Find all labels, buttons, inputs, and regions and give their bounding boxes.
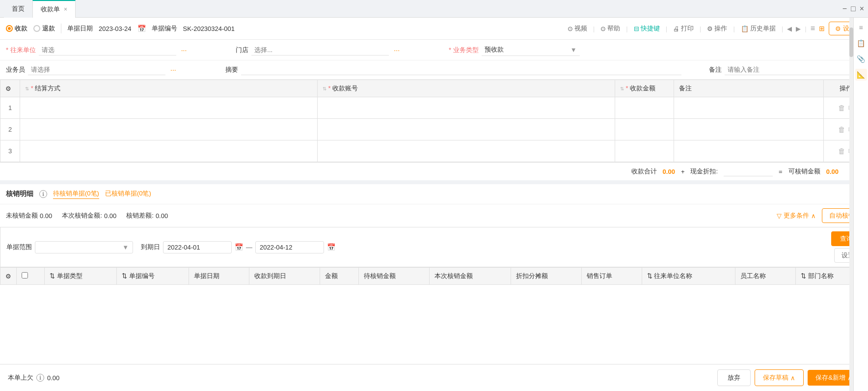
print-btn[interactable]: 🖨 打印 [671, 23, 696, 34]
toolbar-divider-1 [61, 24, 61, 33]
cell-remark-1[interactable] [674, 97, 823, 119]
cell-settlement-2[interactable] [20, 119, 318, 140]
biz-type-value: 预收款 [485, 45, 504, 54]
cell-amount-2[interactable] [615, 119, 674, 140]
th-checkbox: ⚙ [0, 268, 17, 285]
sidebar-table-icon[interactable]: 📋 [855, 37, 867, 49]
cell-account-2[interactable] [317, 119, 615, 140]
settings-gear-icon[interactable]: ⚙ [5, 273, 11, 280]
maximize-icon[interactable]: □ [851, 4, 856, 13]
bill-count-info: 本单上欠 ℹ 0.00 [8, 373, 59, 382]
total-value: 0.00 [663, 168, 675, 175]
history-btn[interactable]: 📋 历史单据 [739, 23, 778, 34]
check-all-checkbox[interactable] [22, 272, 28, 279]
th-pending-verify: 待核销金额 [358, 268, 429, 285]
bill-count-icon[interactable]: ℹ [36, 374, 44, 382]
calendar-icon[interactable]: 📅 [137, 25, 146, 32]
store-input[interactable] [251, 45, 389, 56]
salesperson-more-btn[interactable]: ··· [168, 66, 178, 74]
action-label: 操作 [714, 24, 727, 33]
counterpart-more-btn[interactable]: ··· [179, 46, 189, 54]
current-verify-label: 本次核销金额: [62, 211, 102, 220]
cell-settlement-3[interactable] [20, 140, 318, 162]
delete-row-3-icon[interactable]: 🗑 [838, 147, 845, 155]
tab-home[interactable]: 首页 [4, 0, 32, 18]
range-select[interactable]: ▼ [35, 241, 133, 253]
bill-count-value: 0.00 [47, 374, 59, 382]
help-btn[interactable]: ⊙ 帮助 [598, 23, 622, 34]
cell-settlement-1[interactable] [20, 97, 318, 119]
date-from-icon[interactable]: 📅 [235, 243, 243, 251]
current-verify-stat: 本次核销金额: 0.00 [62, 211, 116, 220]
discard-btn[interactable]: 放弃 [717, 369, 751, 386]
cell-remark-2[interactable] [674, 119, 823, 140]
cell-remark-3[interactable] [674, 140, 823, 162]
video-btn[interactable]: ⊙ 视频 [566, 23, 589, 34]
action-icon: ⚙ [707, 25, 713, 32]
sidebar-attach-icon[interactable]: 📎 [855, 53, 867, 65]
remark-input[interactable] [725, 64, 862, 75]
sidebar-expand-icon[interactable]: 📐 [855, 69, 867, 81]
date-to-input[interactable] [255, 241, 324, 253]
range-label: 单据范围 [6, 243, 32, 251]
shortcut-label: 快捷键 [641, 24, 660, 33]
draft-btn[interactable]: 保存草稿 ∧ [755, 369, 804, 386]
summary-input[interactable] [241, 64, 681, 75]
receipt-type-group: 收款 退款 [6, 24, 55, 33]
toolbar: 收款 退款 单据日期 2023-03-24 📅 单据编号 SK-20230324… [0, 18, 868, 40]
date-to-icon[interactable]: 📅 [327, 243, 335, 251]
date-from-input[interactable] [163, 241, 232, 253]
total-label: 收款合计 [631, 167, 657, 176]
minimize-icon[interactable]: − [842, 4, 847, 13]
salesperson-input[interactable] [28, 64, 165, 75]
unverified-stat: 未核销金额 0.00 [6, 211, 52, 220]
cell-account-1[interactable] [317, 97, 615, 119]
store-more-btn[interactable]: ··· [392, 46, 402, 54]
bill-no-value: SK-20230324-001 [183, 25, 235, 32]
shortcut-btn[interactable]: ⊟ 快捷键 [632, 23, 662, 34]
filter-icon: ▽ [777, 212, 782, 220]
counterpart-label: * 往来单位 [6, 46, 36, 55]
nav-prev-icon[interactable]: ◀ [787, 25, 792, 32]
bottom-table: ⚙ ⇅ 单据类型 ⇅ 单据编号 [0, 267, 868, 285]
radio-refund[interactable]: 退款 [33, 24, 55, 33]
tab-receipt[interactable]: 收款单 × [32, 0, 76, 18]
delete-row-2-icon[interactable]: 🗑 [838, 125, 845, 134]
pending-tab[interactable]: 待核销单据(0笔) [53, 189, 99, 199]
th-account: ⇅ * 收款账号 [317, 80, 615, 97]
close-icon[interactable]: × [860, 4, 864, 13]
more-conditions-btn[interactable]: ▽ 更多条件 ∧ [777, 211, 816, 220]
toolbar-right: ⊙ 视频 | ⊙ 帮助 | ⊟ 快捷键 | 🖨 打印 | [566, 22, 862, 35]
scroll-bar[interactable] [849, 18, 853, 391]
delete-row-1-icon[interactable]: 🗑 [838, 104, 845, 112]
grid-view-icon[interactable]: ⊞ [819, 25, 825, 32]
th-settings[interactable]: ⚙ [0, 80, 20, 97]
discount-input[interactable] [724, 167, 773, 176]
radio-receipt[interactable]: 收款 [6, 24, 27, 33]
query-row: 单据范围 ▼ 到期日 📅 — 📅 查询 设置 [0, 227, 868, 267]
sidebar-list-icon[interactable]: ≡ [855, 22, 867, 33]
radio-refund-label: 退款 [42, 24, 55, 33]
cell-account-3[interactable] [317, 140, 615, 162]
window-controls: − □ × [842, 4, 864, 13]
tab-close-icon[interactable]: × [64, 6, 67, 13]
counterpart-input[interactable] [39, 45, 176, 56]
print-label: 打印 [681, 24, 694, 33]
cell-amount-1[interactable] [615, 97, 674, 119]
summary-label: 摘要 [225, 65, 238, 74]
biz-type-select[interactable]: 预收款 ▼ [482, 44, 580, 56]
receipt-table-container: ⚙ ⇅ * 结算方式 ⇅ * 收款账号 ⇅ [0, 80, 868, 162]
video-label: 视频 [574, 24, 587, 33]
bottom-bar: 本单上欠 ℹ 0.00 放弃 保存草稿 ∧ 保存&新增 ∧ [0, 364, 868, 391]
list-view-icon[interactable]: ≡ [811, 24, 815, 33]
table-row: 1 🗑 ⧉ [0, 97, 868, 119]
verification-info-icon[interactable]: ℹ [39, 190, 47, 198]
tab-receipt-label: 收款单 [41, 5, 60, 14]
scroll-thumb[interactable] [849, 28, 853, 57]
nav-next-icon[interactable]: ▶ [796, 25, 801, 32]
th-bill-type: ⇅ 单据类型 [45, 268, 117, 285]
print-icon: 🖨 [673, 25, 679, 32]
done-tab[interactable]: 已核销单据(0笔) [105, 189, 151, 199]
cell-amount-3[interactable] [615, 140, 674, 162]
action-btn[interactable]: ⚙ 操作 [705, 23, 729, 34]
